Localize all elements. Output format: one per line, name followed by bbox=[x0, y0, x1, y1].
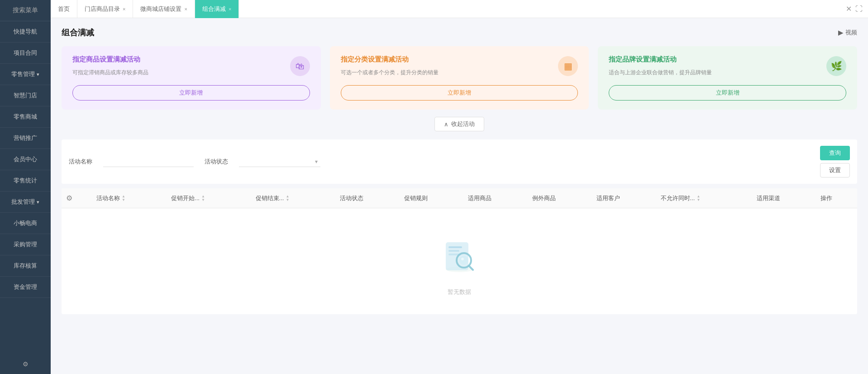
sidebar-item-finance[interactable]: 资金管理 bbox=[0, 277, 51, 298]
sort-icon-start: ▲▼ bbox=[201, 195, 205, 202]
activity-status-label: 活动状态 bbox=[205, 158, 228, 166]
col-settings: ⚙ bbox=[62, 188, 92, 208]
col-applicable_customer: 适用客户 bbox=[592, 188, 656, 208]
tab-wechat-store[interactable]: 微商城店铺设置× bbox=[133, 0, 195, 18]
chevron-up-icon: ∧ bbox=[444, 121, 448, 128]
page-title: 组合满减 bbox=[62, 27, 94, 38]
sidebar-item-marketing[interactable]: 营销推广 bbox=[0, 128, 51, 149]
col-no_concurrent[interactable]: 不允许同时...▲▼ bbox=[656, 188, 752, 208]
play-circle-icon: ▶ bbox=[838, 29, 844, 37]
filter-area: 活动名称 活动状态 ▾ 查询 设置 bbox=[62, 139, 857, 184]
sidebar-item-retail-stats[interactable]: 零售统计 bbox=[0, 170, 51, 192]
setting-button[interactable]: 设置 bbox=[820, 163, 850, 177]
tab-actions: ✕ ⛶ bbox=[840, 0, 868, 18]
promo-card-title-brand: 指定品牌设置满减活动 bbox=[609, 55, 846, 64]
gear-icon: ⚙ bbox=[23, 360, 29, 368]
svg-rect-2 bbox=[448, 246, 462, 248]
tab-close-store-catalog[interactable]: × bbox=[123, 0, 125, 18]
sidebar-search[interactable]: 搜索菜单 bbox=[0, 0, 51, 21]
content-area: 组合满减 ▶ 视频 🛍指定商品设置满减活动可指定滞销商品或库存较多商品立即新增▦… bbox=[51, 18, 868, 374]
empty-icon bbox=[437, 235, 482, 281]
empty-state: 暂无数据 bbox=[62, 208, 857, 314]
product-icon: 🛍 bbox=[290, 56, 310, 76]
close-window-btn[interactable]: ✕ bbox=[846, 5, 852, 13]
col-exception_goods: 例外商品 bbox=[528, 188, 592, 208]
page-header: 组合满减 ▶ 视频 bbox=[62, 27, 857, 38]
col-applicable_channel: 适用渠道 bbox=[752, 188, 816, 208]
sidebar-item-purchase-mgmt[interactable]: 采购管理 bbox=[0, 234, 51, 255]
promo-card-title-product: 指定商品设置满减活动 bbox=[72, 55, 310, 64]
sidebar-item-inventory[interactable]: 库存核算 bbox=[0, 255, 51, 277]
promo-card-btn-category[interactable]: 立即新增 bbox=[341, 85, 578, 101]
promo-card-desc-brand: 适合与上游企业联合做营销，提升品牌销量 bbox=[609, 68, 846, 77]
svg-point-6 bbox=[459, 256, 468, 265]
promo-card-product: 🛍指定商品设置满减活动可指定滞销商品或库存较多商品立即新增 bbox=[62, 46, 321, 110]
tab-home[interactable]: 首页 bbox=[51, 0, 77, 18]
tab-label-home: 首页 bbox=[58, 0, 70, 18]
promo-card-title-category: 指定分类设置满减活动 bbox=[341, 55, 578, 64]
col-end[interactable]: 促销结束...▲▼ bbox=[251, 188, 336, 208]
sidebar-item-project-contract[interactable]: 项目合同 bbox=[0, 43, 51, 64]
video-label: 视频 bbox=[845, 29, 857, 37]
tab-close-wechat-store[interactable]: × bbox=[184, 0, 187, 18]
empty-text: 暂无数据 bbox=[62, 288, 857, 296]
sidebar-item-quick-nav[interactable]: 快捷导航 bbox=[0, 21, 51, 43]
activity-status-select[interactable]: ▾ bbox=[239, 157, 320, 167]
expand-window-btn[interactable]: ⛶ bbox=[855, 5, 863, 13]
sidebar-item-smart-store[interactable]: 智慧门店 bbox=[0, 85, 51, 106]
sidebar-item-wholesale-mgmt[interactable]: 批发管理▾ bbox=[0, 192, 51, 213]
collapse-bar: ∧ 收起活动 bbox=[62, 117, 857, 131]
tab-close-combo-discount[interactable]: × bbox=[229, 0, 231, 18]
tab-label-combo-discount: 组合满减 bbox=[202, 0, 226, 18]
col-name[interactable]: 活动名称▲▼ bbox=[92, 188, 167, 208]
sort-icon-no_concurrent: ▲▼ bbox=[696, 195, 700, 202]
tabs-bar: 首页门店商品目录×微商城店铺设置×组合满减× ✕ ⛶ bbox=[51, 0, 868, 18]
sidebar-item-retail-mall[interactable]: 零售商城 bbox=[0, 106, 51, 128]
chevron-down-icon: ▾ bbox=[37, 72, 39, 77]
sort-icon-name: ▲▼ bbox=[122, 195, 125, 202]
chevron-down-icon: ▾ bbox=[315, 158, 318, 165]
col-start[interactable]: 促销开始...▲▼ bbox=[167, 188, 251, 208]
sort-icon-end: ▲▼ bbox=[286, 195, 289, 202]
tab-label-store-catalog: 门店商品目录 bbox=[85, 0, 120, 18]
brand-icon: 🌿 bbox=[826, 56, 846, 76]
promo-card-desc-category: 可选一个或者多个分类，提升分类的销量 bbox=[341, 68, 578, 77]
sidebar-item-xiaochangec[interactable]: 小畅电商 bbox=[0, 213, 51, 234]
collapse-label: 收起活动 bbox=[451, 120, 475, 128]
sidebar-item-member-center[interactable]: 会员中心 bbox=[0, 149, 51, 170]
video-link[interactable]: ▶ 视频 bbox=[838, 29, 857, 37]
promo-card-brand: 🌿指定品牌设置满减活动适合与上游企业联合做营销，提升品牌销量立即新增 bbox=[598, 46, 857, 110]
table-settings-icon[interactable]: ⚙ bbox=[66, 194, 72, 202]
activity-name-label: 活动名称 bbox=[69, 158, 92, 166]
col-status: 活动状态 bbox=[335, 188, 400, 208]
tab-store-catalog[interactable]: 门店商品目录× bbox=[77, 0, 133, 18]
sidebar-settings-btn[interactable]: ⚙ bbox=[0, 354, 51, 374]
collapse-btn[interactable]: ∧ 收起活动 bbox=[434, 117, 484, 131]
data-table-wrap: ⚙活动名称▲▼促销开始...▲▼促销结束...▲▼活动状态促销规则适用商品例外商… bbox=[62, 188, 857, 314]
sidebar-item-retail-mgmt[interactable]: 零售管理▾ bbox=[0, 64, 51, 85]
data-table: ⚙活动名称▲▼促销开始...▲▼促销结束...▲▼活动状态促销规则适用商品例外商… bbox=[62, 188, 857, 208]
promo-card-category: ▦指定分类设置满减活动可选一个或者多个分类，提升分类的销量立即新增 bbox=[330, 46, 589, 110]
promo-card-btn-brand[interactable]: 立即新增 bbox=[609, 85, 846, 101]
col-rule: 促销规则 bbox=[400, 188, 464, 208]
tab-combo-discount[interactable]: 组合满减× bbox=[195, 0, 239, 18]
sidebar: 搜索菜单 快捷导航项目合同零售管理▾智慧门店零售商城营销推广会员中心零售统计批发… bbox=[0, 0, 51, 374]
main-area: 首页门店商品目录×微商城店铺设置×组合满减× ✕ ⛶ 组合满减 ▶ 视频 🛍指定… bbox=[51, 0, 868, 374]
query-button[interactable]: 查询 bbox=[820, 146, 850, 160]
col-applicable_goods: 适用商品 bbox=[463, 188, 528, 208]
tab-label-wechat-store: 微商城店铺设置 bbox=[140, 0, 181, 18]
promo-cards-row: 🛍指定商品设置满减活动可指定滞销商品或库存较多商品立即新增▦指定分类设置满减活动… bbox=[62, 46, 857, 110]
col-operation: 操作 bbox=[816, 188, 857, 208]
promo-card-desc-product: 可指定滞销商品或库存较多商品 bbox=[72, 68, 310, 77]
chevron-down-icon: ▾ bbox=[37, 199, 39, 205]
promo-card-btn-product[interactable]: 立即新增 bbox=[72, 85, 310, 101]
activity-name-input[interactable] bbox=[103, 156, 194, 167]
svg-point-8 bbox=[461, 258, 464, 260]
svg-rect-3 bbox=[448, 250, 459, 252]
